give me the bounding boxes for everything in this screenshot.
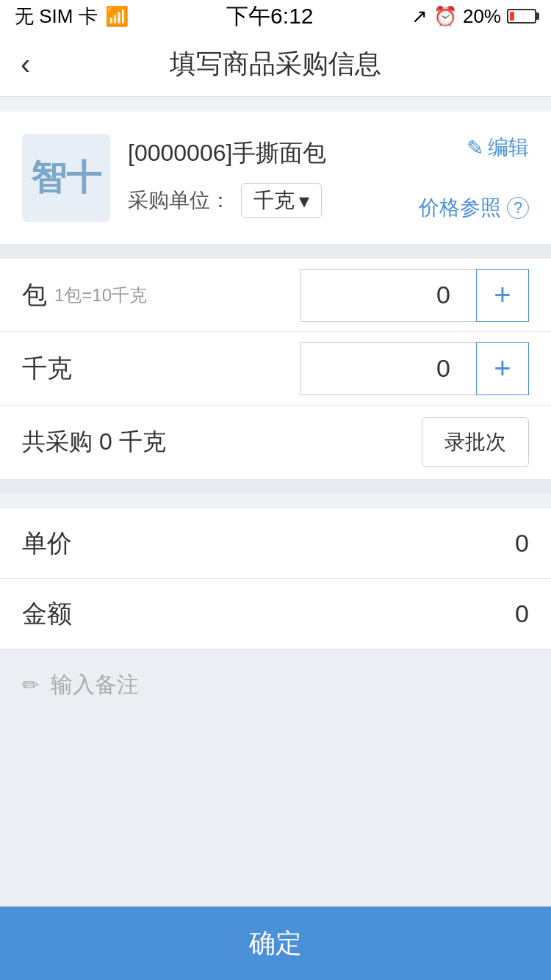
edit-label: 编辑: [488, 134, 529, 162]
confirm-label: 确定: [249, 926, 302, 962]
edit-icon: ✎: [467, 136, 483, 160]
unit-label: 采购单位：: [128, 187, 231, 215]
unit-price-label: 单价: [22, 527, 515, 561]
amount-label: 金额: [22, 597, 515, 631]
amount-row: 金额 0: [0, 579, 551, 649]
confirm-button[interactable]: 确定: [0, 907, 551, 980]
summary-section: 共采购 0 千克 录批次: [0, 406, 551, 479]
record-batch-button[interactable]: 录批次: [422, 417, 529, 467]
price-ref-help-icon: ?: [507, 197, 529, 219]
input-section: 包 1包=10千克 + 千克 +: [0, 259, 551, 406]
bag-label: 包: [22, 278, 47, 312]
price-ref-label: 价格参照: [419, 194, 501, 222]
remark-placeholder: 输入备注: [51, 670, 139, 700]
summary-text: 共采购 0 千克: [22, 426, 422, 458]
status-time: 下午6:12: [226, 1, 313, 32]
product-logo: 智十: [31, 160, 101, 195]
location-icon: ↗: [411, 5, 428, 28]
kg-plus-button[interactable]: +: [476, 342, 529, 395]
unit-select[interactable]: 千克 ▾: [241, 183, 322, 218]
pencil-icon: ✏: [22, 673, 39, 697]
alarm-icon: ⏰: [433, 5, 457, 28]
battery-percent: 20%: [463, 5, 501, 28]
bag-plus-button[interactable]: +: [476, 269, 529, 322]
status-bar: 无 SIM 卡 📶 下午6:12 ↗ ⏰ 20%: [0, 0, 551, 32]
kg-input-row: 千克 +: [0, 332, 551, 406]
amount-value: 0: [515, 599, 529, 628]
kg-input[interactable]: [300, 342, 476, 395]
wifi-icon: 📶: [105, 5, 129, 28]
bag-input-row: 包 1包=10千克 +: [0, 259, 551, 332]
bag-input-right: +: [300, 269, 529, 322]
carrier-label: 无 SIM 卡: [15, 4, 98, 29]
divider-2: [0, 479, 551, 494]
status-left: 无 SIM 卡 📶: [15, 4, 129, 29]
product-image: 智十: [22, 134, 110, 222]
summary-row: 共采购 0 千克 录批次: [0, 406, 551, 479]
price-section: 单价 0 金额 0: [0, 508, 551, 649]
unit-value: 千克: [253, 187, 295, 215]
product-card: 智十 [0000006]手撕面包 采购单位： 千克 ▾ ✎ 编辑 价格参照 ?: [0, 112, 551, 244]
price-ref-button[interactable]: 价格参照 ?: [419, 194, 529, 222]
edit-button[interactable]: ✎ 编辑: [467, 134, 529, 162]
nav-bar: ‹ 填写商品采购信息: [0, 32, 551, 97]
battery-icon: [507, 9, 536, 24]
page-title: 填写商品采购信息: [170, 46, 381, 82]
back-button[interactable]: ‹: [21, 48, 30, 81]
bag-input[interactable]: [300, 269, 476, 322]
divider-1: [0, 244, 551, 259]
remark-section[interactable]: ✏ 输入备注: [0, 649, 551, 721]
unit-chevron-icon: ▾: [299, 189, 309, 213]
kg-input-right: +: [300, 342, 529, 395]
bag-sublabel: 1包=10千克: [54, 284, 300, 307]
unit-price-row: 单价 0: [0, 508, 551, 579]
kg-label: 千克: [22, 352, 72, 386]
status-right: ↗ ⏰ 20%: [411, 5, 536, 28]
unit-price-value: 0: [515, 529, 529, 558]
